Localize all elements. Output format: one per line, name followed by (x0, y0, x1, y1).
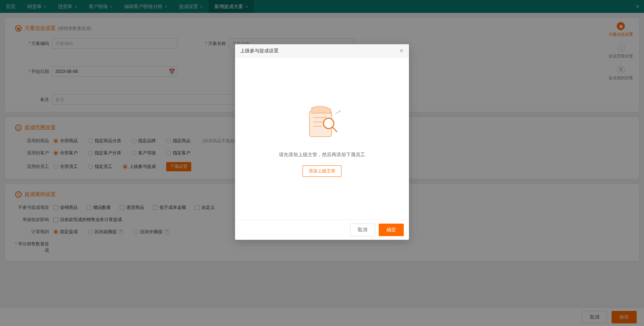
modal-confirm-button[interactable]: 确定 (379, 224, 404, 236)
modal-body: 请先添加上级主管，然后再添加下属员工 添加上级主管 (235, 57, 409, 220)
modal-footer: 取消 确定 (235, 220, 409, 240)
modal-overlay[interactable]: 上级参与提成设置 ✕ 请先添加上级主管，然后再添加下属员工 添加上级主管 取消 … (0, 0, 644, 326)
modal-cancel-button[interactable]: 取消 (350, 224, 375, 236)
modal-title: 上级参与提成设置 (240, 48, 279, 54)
modal-header: 上级参与提成设置 ✕ (235, 44, 409, 57)
svg-marker-7 (339, 110, 340, 112)
add-superior-button[interactable]: 添加上级主管 (302, 165, 342, 177)
modal-close-icon[interactable]: ✕ (399, 48, 404, 54)
superior-commission-modal: 上级参与提成设置 ✕ 请先添加上级主管，然后再添加下属员工 添加上级主管 取消 … (235, 44, 409, 240)
empty-state-icon (300, 101, 344, 145)
svg-line-5 (332, 127, 337, 132)
empty-state-text: 请先添加上级主管，然后再添加下属员工 (279, 151, 365, 158)
